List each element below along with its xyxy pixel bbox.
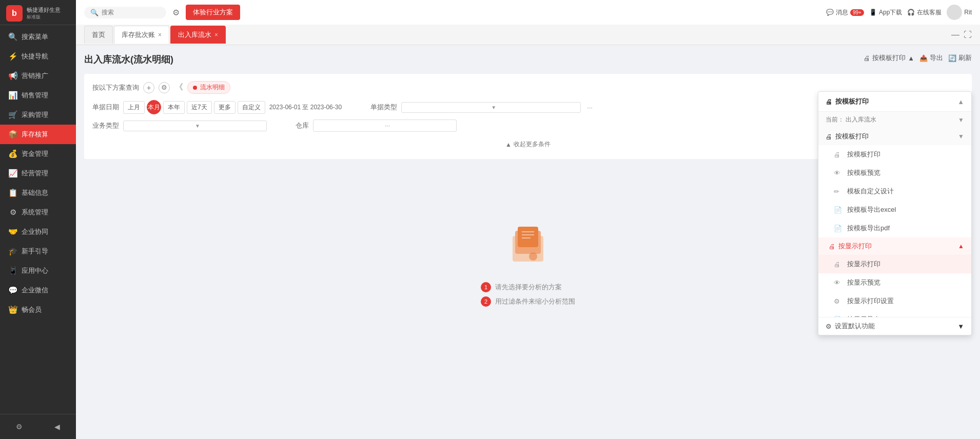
tab-home[interactable]: 首页 <box>84 26 113 44</box>
empty-steps: 1 请先选择要分析的方案 2 用过滤条件来缩小分析范围 <box>481 282 575 307</box>
doctype-more[interactable]: ··· <box>585 104 595 111</box>
sidebar-collapse-btn[interactable]: ◀ <box>51 420 63 434</box>
empty-step-2: 2 用过滤条件来缩小分析范围 <box>481 296 575 307</box>
header-actions: 💬 消息 99+ 📱 App下载 🎧 在线客服 Rit <box>826 5 972 20</box>
tab-flowdetail[interactable]: 出入库流水 × <box>170 26 226 44</box>
tab-batch-close[interactable]: × <box>158 31 162 38</box>
sidebar-label-member: 畅会员 <box>22 305 42 314</box>
logo-title: 畅捷通好生意 <box>27 6 61 13</box>
dropdown-header-arrow[interactable]: ▲ <box>957 98 964 106</box>
sales-icon: 📊 <box>8 91 17 100</box>
header-settings-icon[interactable]: ⚙ <box>172 8 180 17</box>
dropdown-footer[interactable]: ⚙ 设置默认功能 ▼ <box>818 317 971 335</box>
print-label: 按模板打印 <box>872 53 906 63</box>
basic-icon: 📋 <box>8 188 17 197</box>
refresh-btn[interactable]: 🔄 刷新 <box>948 53 972 63</box>
business-arrow: ▼ <box>195 123 262 129</box>
dropdown-section-display-header[interactable]: 🖨 按显示打印 ▲ <box>818 237 971 255</box>
dropdown-item-template-preview[interactable]: 👁 按模板预览 <box>818 164 971 182</box>
template-preview-label: 按模板预览 <box>847 168 880 177</box>
sidebar-item-inventory[interactable]: 📦 库存核算 <box>0 125 76 144</box>
current-arrow[interactable]: ▼ <box>958 116 964 124</box>
warehouse-more[interactable]: ··· <box>385 122 452 129</box>
sidebar-item-enterprise[interactable]: 🤝 企业协同 <box>0 222 76 242</box>
sidebar-label-enterprise: 企业协同 <box>22 227 48 236</box>
dropdown-item-display-print-settings[interactable]: ⚙ 按显示打印设置 <box>818 292 971 310</box>
date-custom[interactable]: 自定义 <box>238 101 265 114</box>
sidebar-label-appstore: 应用中心 <box>22 266 48 275</box>
dropdown-section-template-header[interactable]: 🖨 按模板打印 ▼ <box>818 128 971 145</box>
sidebar-item-purchase[interactable]: 🛒 采购管理 <box>0 105 76 125</box>
operations-icon: 📈 <box>8 169 17 178</box>
tab-flowdetail-close[interactable]: × <box>214 31 218 38</box>
dropdown-title: 🖨 按模板打印 <box>826 97 869 106</box>
tabs-bar: 首页 库存批次账 × 出入库流水 × — ⛶ <box>76 25 980 45</box>
export-btn[interactable]: 📤 导出 <box>919 53 943 63</box>
template-custom-label: 模板自定义设计 <box>847 187 894 196</box>
sidebar-item-search[interactable]: 🔍 搜索菜单 <box>0 27 76 47</box>
dropdown-item-template-export-excel[interactable]: 📄 按模板导出excel <box>818 201 971 219</box>
header-search-box[interactable]: 🔍 <box>84 7 166 18</box>
flow-tag[interactable]: 流水明细 <box>187 81 230 94</box>
sidebar-label-system: 系统管理 <box>22 208 48 217</box>
wechat-icon: 💬 <box>8 286 17 295</box>
filter-add-btn[interactable]: + <box>143 82 154 93</box>
display-section-arrow[interactable]: ▲ <box>958 243 964 250</box>
sidebar-label-basic: 基础信息 <box>22 188 48 197</box>
date-7days[interactable]: 近7天 <box>187 101 212 114</box>
date-range-display: 2023-06-01 至 2023-06-30 <box>269 103 342 112</box>
display-excel-icon: 📄 <box>834 316 842 317</box>
svg-rect-2 <box>518 227 538 247</box>
business-select[interactable]: ▼ <box>123 121 267 131</box>
sidebar-item-appstore[interactable]: 📱 应用中心 <box>0 261 76 281</box>
user-profile-btn[interactable]: Rit <box>947 5 972 20</box>
dropdown-item-template-custom[interactable]: ✏ 模板自定义设计 <box>818 182 971 201</box>
sidebar-settings-btn[interactable]: ⚙ <box>13 420 26 434</box>
dropdown-item-display-export-excel[interactable]: 📄 按显示导出excel <box>818 310 971 317</box>
date-more[interactable]: 更多 <box>214 101 236 114</box>
step-label-1: 请先选择要分析的方案 <box>495 283 562 292</box>
dropdown-item-template-print[interactable]: 🖨 按模板打印 <box>818 145 971 164</box>
dropdown-item-template-export-pdf[interactable]: 📄 按模板导出pdf <box>818 219 971 237</box>
sidebar-item-guide[interactable]: 🎓 新手引导 <box>0 242 76 261</box>
sidebar-item-sales[interactable]: 📊 销售管理 <box>0 86 76 105</box>
footer-settings-icon: ⚙ <box>826 323 832 330</box>
filter-collapse-icon[interactable]: 《 <box>175 82 183 93</box>
sidebar-label-guide: 新手引导 <box>22 247 48 256</box>
display-print-icon: 🖨 <box>834 261 842 268</box>
date-this-month[interactable]: 本月 <box>147 100 161 114</box>
app-download-btn[interactable]: 📱 App下载 <box>869 8 902 17</box>
date-last-month[interactable]: 上月 <box>123 101 145 114</box>
filter-business-field: 业务类型 ▼ <box>92 121 267 131</box>
filter-settings-btn[interactable]: ⚙ <box>159 82 170 93</box>
tabs-right-actions: — ⛶ <box>951 30 972 39</box>
print-template-btn[interactable]: 🖨 按模板打印 ▲ <box>864 53 914 63</box>
industry-solution-button[interactable]: 体验行业方案 <box>186 5 240 20</box>
minimize-tab-btn[interactable]: — <box>951 30 959 39</box>
template-section-arrow[interactable]: ▼ <box>958 133 964 140</box>
online-service-btn[interactable]: 🎧 在线客服 <box>907 8 942 17</box>
svg-point-6 <box>529 252 537 261</box>
sidebar-item-wechat[interactable]: 💬 企业微信 <box>0 281 76 300</box>
message-badge: 99+ <box>850 9 864 16</box>
template-section-label: 按模板打印 <box>835 132 869 141</box>
warehouse-select[interactable]: ··· <box>313 119 457 132</box>
sidebar-item-shortcut[interactable]: ⚡ 快捷导航 <box>0 47 76 66</box>
sidebar-item-system[interactable]: ⚙ 系统管理 <box>0 203 76 222</box>
dropdown-current-label: 当前： 出入库流水 <box>826 115 876 124</box>
sidebar-item-operations[interactable]: 📈 经营管理 <box>0 164 76 183</box>
tab-batch[interactable]: 库存批次账 × <box>114 26 169 44</box>
logo-badge: 标准版 <box>27 14 61 21</box>
sidebar-item-marketing[interactable]: 📢 营销推广 <box>0 66 76 86</box>
message-btn[interactable]: 💬 消息 99+ <box>826 8 864 17</box>
search-input[interactable] <box>102 9 153 16</box>
fullscreen-tab-btn[interactable]: ⛶ <box>964 30 972 39</box>
doctype-select[interactable]: ▼ <box>401 102 581 113</box>
dropdown-item-display-print[interactable]: 🖨 按显示打印 <box>818 255 971 273</box>
sidebar-item-finance[interactable]: 💰 资金管理 <box>0 144 76 164</box>
sidebar-item-member[interactable]: 👑 畅会员 <box>0 300 76 320</box>
current-text: 当前： <box>826 116 844 123</box>
sidebar-item-basic[interactable]: 📋 基础信息 <box>0 183 76 203</box>
date-this-year[interactable]: 本年 <box>163 101 185 114</box>
dropdown-item-display-preview[interactable]: 👁 按显示预览 <box>818 273 971 292</box>
